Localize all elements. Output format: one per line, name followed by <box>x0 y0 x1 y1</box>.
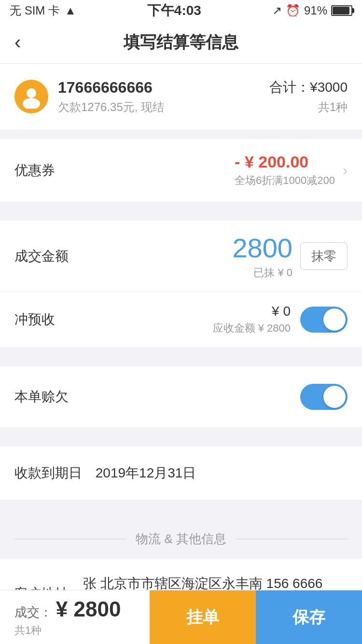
coupon-amount-block: - ¥ 200.00 全场6折满1000减200 <box>235 153 335 188</box>
status-left: 无 SIM 卡 ▲ <box>10 3 76 18</box>
carrier-text: 无 SIM 卡 <box>10 3 60 18</box>
coupon-chevron-icon: › <box>343 162 348 179</box>
logistics-text: 物流 & 其他信息 <box>136 531 226 547</box>
due-date-label: 收款到期日 <box>14 465 82 480</box>
battery-percent: 91% <box>304 4 327 17</box>
status-right: ↗ ⏰ 91% <box>272 4 352 17</box>
coupon-desc: 全场6折满1000减200 <box>235 173 335 188</box>
due-date-value: 2019年12月31日 <box>96 465 196 480</box>
divider-2 <box>0 357 362 366</box>
arrears-toggle[interactable] <box>300 384 348 410</box>
divider-1 <box>0 211 362 221</box>
save-button[interactable]: 保存 <box>256 590 362 644</box>
svg-point-0 <box>27 88 36 98</box>
coupon-right: - ¥ 200.00 全场6折满1000减200 › <box>235 153 348 188</box>
nav-bar: ‹ 填写结算等信息 <box>0 21 362 64</box>
content: 17666666666 欠款1276.35元, 现结 合计：¥3000 共1种 … <box>0 64 362 644</box>
pre-receive-row: 冲预收 ¥ 0 应收金额 ¥ 2800 <box>0 292 362 347</box>
user-right: 合计：¥3000 共1种 <box>269 78 348 115</box>
arrears-toggle-knob <box>323 386 346 408</box>
logistics-divider: 物流 & 其他信息 <box>0 519 362 559</box>
coupon-section: 优惠券 - ¥ 200.00 全场6折满1000减200 › <box>0 139 362 201</box>
status-time: 下午4:03 <box>147 1 201 20</box>
page-title: 填写结算等信息 <box>124 31 238 54</box>
deal-section: 成交金额 2800 已抹 ¥ 0 抹零 冲预收 ¥ 0 应收金额 ¥ 2800 <box>0 221 362 347</box>
alarm-icon: ⏰ <box>286 4 300 17</box>
deal-sub: 已抹 ¥ 0 <box>232 266 292 280</box>
location-icon: ↗ <box>272 4 282 17</box>
pre-amount: ¥ 0 <box>213 304 291 319</box>
divider-3 <box>0 437 362 447</box>
avatar-person-icon <box>19 84 43 109</box>
battery-icon <box>331 5 352 16</box>
coupon-label: 优惠券 <box>14 161 55 180</box>
user-left: 17666666666 欠款1276.35元, 现结 <box>14 79 164 115</box>
arrears-label: 本单赊欠 <box>14 388 69 406</box>
user-phone: 17666666666 <box>58 79 164 97</box>
pre-receive-toggle[interactable] <box>300 307 348 333</box>
divider-4 <box>0 509 362 519</box>
deal-amount-block: 2800 已抹 ¥ 0 <box>232 232 292 280</box>
bottom-bar: 成交： ¥ 2800 共1种 挂单 保存 <box>0 590 362 644</box>
deal-label: 成交金额 <box>14 247 69 266</box>
round-zero-button[interactable]: 抹零 <box>300 242 348 270</box>
user-debt: 欠款1276.35元, 现结 <box>58 99 164 115</box>
coupon-amount: - ¥ 200.00 <box>235 153 335 171</box>
pre-receive-label: 冲预收 <box>14 310 55 329</box>
user-total: 合计：¥3000 <box>269 78 348 97</box>
divider-line-left <box>14 539 126 539</box>
bottom-count: 共1种 <box>14 623 135 638</box>
bottom-amount: ¥ 2800 <box>56 597 121 621</box>
pre-desc: 应收金额 ¥ 2800 <box>213 321 291 336</box>
svg-point-1 <box>23 98 40 109</box>
bottom-deal-label: 成交： <box>14 605 52 619</box>
deal-number: 2800 <box>232 232 292 264</box>
user-count: 共1种 <box>269 99 348 115</box>
toggle-knob <box>323 308 346 331</box>
bottom-info: 成交： ¥ 2800 共1种 <box>0 597 150 638</box>
back-button[interactable]: ‹ <box>14 31 21 53</box>
deal-right: 2800 已抹 ¥ 0 抹零 <box>232 232 348 280</box>
user-info: 17666666666 欠款1276.35元, 现结 <box>58 79 164 115</box>
hang-button[interactable]: 挂单 <box>150 590 256 644</box>
status-bar: 无 SIM 卡 ▲ 下午4:03 ↗ ⏰ 91% <box>0 0 362 21</box>
avatar <box>14 80 48 113</box>
user-card: 17666666666 欠款1276.35元, 现结 合计：¥3000 共1种 <box>0 64 362 129</box>
pre-right: ¥ 0 应收金额 ¥ 2800 <box>213 304 348 336</box>
divider-line-right <box>236 539 348 539</box>
deal-amount-row: 成交金额 2800 已抹 ¥ 0 抹零 <box>0 221 362 292</box>
bottom-deal-line: 成交： ¥ 2800 <box>14 597 135 621</box>
arrears-row: 本单赊欠 <box>0 366 362 427</box>
coupon-row[interactable]: 优惠券 - ¥ 200.00 全场6折满1000减200 › <box>0 139 362 201</box>
due-date-row: 收款到期日 2019年12月31日 <box>0 447 362 500</box>
pre-amount-info: ¥ 0 应收金额 ¥ 2800 <box>213 304 291 336</box>
wifi-icon: ▲ <box>65 4 76 17</box>
